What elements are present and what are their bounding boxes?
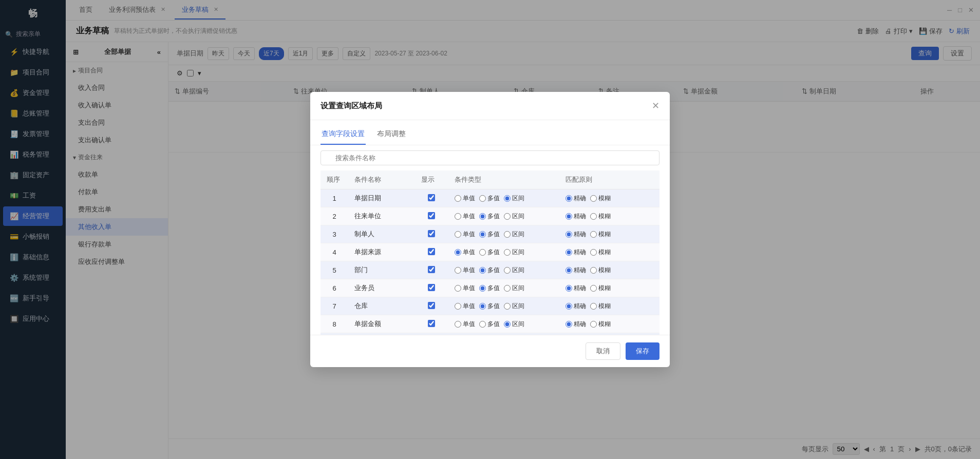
match-radio[interactable] (566, 249, 572, 256)
type-radio-item[interactable]: 单值 (455, 248, 475, 257)
type-radio-item[interactable]: 单值 (455, 302, 475, 311)
match-radio-item[interactable]: 模糊 (590, 212, 611, 221)
type-radio[interactable] (504, 267, 511, 274)
match-radio[interactable] (566, 213, 572, 220)
show-checkbox[interactable] (428, 320, 435, 327)
type-radio[interactable] (479, 249, 486, 256)
match-radio-item[interactable]: 模糊 (590, 266, 611, 275)
show-checkbox[interactable] (428, 284, 435, 291)
type-radio[interactable] (479, 321, 486, 328)
row-show[interactable] (415, 207, 448, 225)
type-radio[interactable] (455, 303, 461, 310)
match-radio[interactable] (566, 231, 572, 238)
cancel-button[interactable]: 取消 (586, 342, 620, 360)
show-checkbox[interactable] (428, 266, 435, 273)
modal-tab-layout[interactable]: 布局调整 (376, 126, 407, 145)
type-radio[interactable] (504, 285, 511, 292)
match-radio-item[interactable]: 模糊 (590, 302, 611, 311)
type-radio-item[interactable]: 单值 (455, 230, 475, 239)
type-radio[interactable] (504, 303, 511, 310)
type-radio[interactable] (455, 249, 461, 256)
match-radio[interactable] (566, 195, 572, 202)
match-radio-item[interactable]: 精确 (566, 248, 586, 257)
row-show[interactable] (415, 189, 448, 207)
row-show[interactable] (415, 315, 448, 333)
type-radio[interactable] (479, 303, 486, 310)
type-radio-item[interactable]: 多值 (479, 194, 500, 203)
type-radio-item[interactable]: 单值 (455, 266, 475, 275)
type-radio[interactable] (479, 195, 486, 202)
type-radio-item[interactable]: 多值 (479, 266, 500, 275)
match-radio-item[interactable]: 精确 (566, 230, 586, 239)
match-radio[interactable] (590, 285, 597, 292)
match-radio-item[interactable]: 精确 (566, 212, 586, 221)
modal-save-button[interactable]: 保存 (626, 342, 659, 360)
type-radio[interactable] (479, 213, 486, 220)
type-radio-item[interactable]: 单值 (455, 284, 475, 293)
type-radio-item[interactable]: 多值 (479, 320, 500, 329)
modal-tab-fields[interactable]: 查询字段设置 (321, 126, 366, 145)
type-radio[interactable] (504, 195, 511, 202)
match-radio-item[interactable]: 模糊 (590, 320, 611, 329)
type-radio-item[interactable]: 区间 (504, 320, 524, 329)
type-radio[interactable] (455, 321, 461, 328)
type-radio-item[interactable]: 单值 (455, 320, 475, 329)
type-radio-item[interactable]: 多值 (479, 284, 500, 293)
type-radio[interactable] (455, 231, 461, 238)
type-radio-item[interactable]: 单值 (455, 212, 475, 221)
type-radio[interactable] (504, 321, 511, 328)
type-radio[interactable] (504, 231, 511, 238)
match-radio-item[interactable]: 精确 (566, 320, 586, 329)
match-radio[interactable] (566, 267, 572, 274)
show-checkbox[interactable] (428, 230, 435, 237)
row-show[interactable] (415, 261, 448, 279)
match-radio-item[interactable]: 模糊 (590, 230, 611, 239)
type-radio[interactable] (455, 213, 461, 220)
row-show[interactable] (415, 225, 448, 243)
match-radio-item[interactable]: 模糊 (590, 248, 611, 257)
match-radio[interactable] (590, 195, 597, 202)
type-radio-item[interactable]: 多值 (479, 230, 500, 239)
match-radio[interactable] (590, 249, 597, 256)
type-radio-item[interactable]: 区间 (504, 212, 524, 221)
type-radio[interactable] (504, 249, 511, 256)
type-radio[interactable] (479, 267, 486, 274)
match-radio[interactable] (566, 303, 572, 310)
type-radio[interactable] (455, 195, 461, 202)
match-radio-item[interactable]: 模糊 (590, 284, 611, 293)
type-radio-item[interactable]: 多值 (479, 248, 500, 257)
type-radio-item[interactable]: 区间 (504, 230, 524, 239)
modal-search-input[interactable] (321, 150, 659, 165)
match-radio-item[interactable]: 模糊 (590, 194, 611, 203)
type-radio-item[interactable]: 区间 (504, 248, 524, 257)
type-radio[interactable] (455, 267, 461, 274)
show-checkbox[interactable] (428, 302, 435, 309)
match-radio-item[interactable]: 精确 (566, 302, 586, 311)
row-show[interactable] (415, 243, 448, 261)
type-radio-item[interactable]: 区间 (504, 302, 524, 311)
match-radio[interactable] (590, 303, 597, 310)
match-radio[interactable] (590, 267, 597, 274)
match-radio[interactable] (566, 285, 572, 292)
type-radio[interactable] (504, 213, 511, 220)
match-radio-item[interactable]: 精确 (566, 194, 586, 203)
type-radio[interactable] (479, 285, 486, 292)
match-radio[interactable] (590, 213, 597, 220)
type-radio[interactable] (479, 231, 486, 238)
show-checkbox[interactable] (428, 194, 435, 201)
show-checkbox[interactable] (428, 212, 435, 219)
match-radio[interactable] (566, 321, 572, 328)
type-radio-item[interactable]: 区间 (504, 194, 524, 203)
match-radio-item[interactable]: 精确 (566, 266, 586, 275)
row-show[interactable] (415, 297, 448, 315)
match-radio[interactable] (590, 321, 597, 328)
type-radio[interactable] (455, 285, 461, 292)
type-radio-item[interactable]: 单值 (455, 194, 475, 203)
type-radio-item[interactable]: 区间 (504, 266, 524, 275)
row-show[interactable] (415, 279, 448, 297)
show-checkbox[interactable] (428, 248, 435, 255)
match-radio-item[interactable]: 精确 (566, 284, 586, 293)
type-radio-item[interactable]: 区间 (504, 284, 524, 293)
type-radio-item[interactable]: 多值 (479, 212, 500, 221)
type-radio-item[interactable]: 多值 (479, 302, 500, 311)
